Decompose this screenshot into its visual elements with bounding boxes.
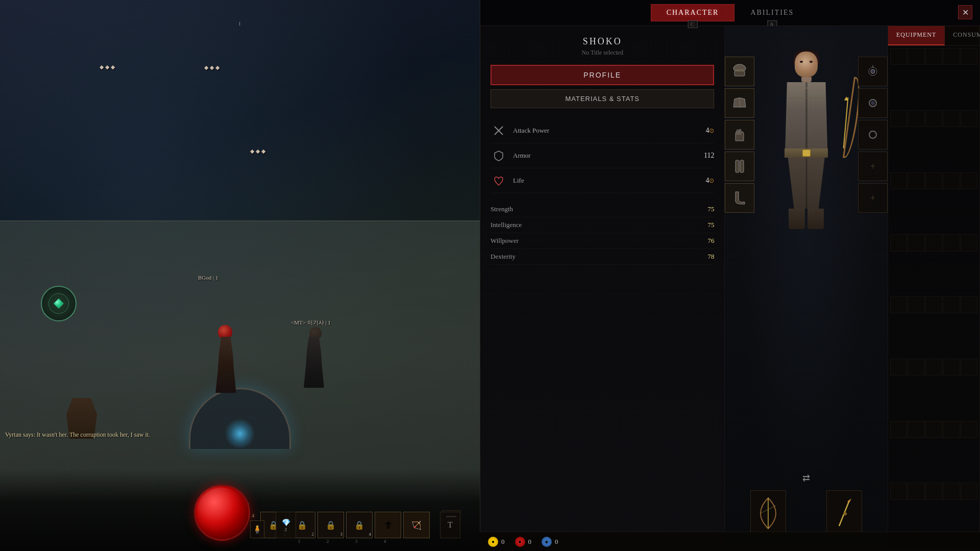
inv-cell-22[interactable] — [925, 296, 942, 313]
stash-indicator: I — [239, 20, 241, 27]
svg-point-14 — [871, 101, 875, 105]
inv-cell-16[interactable] — [908, 234, 924, 251]
spirit-slot[interactable]: 💎 Z — [276, 512, 296, 538]
extra-slot[interactable]: + — [858, 183, 888, 213]
profile-button[interactable]: Profile — [491, 65, 714, 85]
offhand-slot[interactable]: + — [858, 152, 888, 181]
tab-character[interactable]: CHARACTER C — [651, 4, 735, 21]
off-hand-slot[interactable] — [826, 490, 862, 536]
character-title: No Title selected — [491, 49, 714, 57]
gold-value: 0 — [501, 538, 505, 546]
inv-cell-19[interactable] — [961, 234, 977, 251]
ring1-slot[interactable] — [858, 88, 888, 118]
inv-cell-8[interactable] — [943, 110, 960, 127]
inv-cell-17[interactable] — [925, 234, 942, 251]
ring2-slot[interactable] — [858, 120, 888, 149]
attack-power-label: Attack Power — [513, 127, 705, 135]
inv-cell-38[interactable] — [943, 483, 960, 499]
weapon-area: ⇄ — [725, 490, 888, 536]
blood-currency: ● 0 — [515, 537, 532, 547]
inventory-tabs: Equipment Consumables Quest Aspects ⇅ — [888, 26, 979, 46]
inv-cell-31[interactable] — [908, 421, 924, 438]
player-dots: ◆ ◆ ◆ — [204, 64, 219, 276]
inv-cell-30[interactable] — [890, 421, 907, 438]
inv-cell-11[interactable] — [908, 172, 924, 189]
inv-cell-4[interactable] — [961, 48, 977, 65]
character-portrait — [761, 52, 852, 235]
inv-cell-5[interactable] — [890, 110, 907, 127]
inv-cell-39[interactable] — [961, 483, 977, 499]
svg-rect-8 — [736, 160, 739, 172]
inv-cell-28[interactable] — [943, 359, 960, 375]
inv-cell-20[interactable] — [890, 296, 907, 313]
skill-slot-4[interactable]: 🔒 4 — [346, 512, 373, 538]
willpower-value: 76 — [707, 237, 714, 245]
tab-abilities[interactable]: ABILITIES A — [734, 4, 810, 21]
gloves-slot[interactable] — [725, 120, 754, 149]
inv-cell-37[interactable] — [925, 483, 942, 499]
inv-cell-24[interactable] — [961, 296, 977, 313]
compass — [41, 286, 77, 321]
gold-icon: ● — [488, 537, 498, 547]
intelligence-row: Intelligence 75 — [491, 217, 714, 233]
character-model: + + ⇄ — [725, 26, 888, 546]
inv-cell-0[interactable] — [890, 48, 907, 65]
tab-equipment[interactable]: Equipment — [888, 26, 945, 45]
inv-cell-13[interactable] — [943, 172, 960, 189]
materials-stats-button[interactable]: Materials & Stats — [491, 89, 714, 108]
svg-rect-9 — [740, 160, 744, 172]
armor-label: Armor — [513, 152, 704, 160]
inv-cell-15[interactable] — [890, 234, 907, 251]
inv-cell-18[interactable] — [943, 234, 960, 251]
inv-cell-26[interactable] — [908, 359, 924, 375]
inv-cell-33[interactable] — [943, 421, 960, 438]
currency-bar: ● 0 ● 0 ◈ 0 — [480, 532, 980, 551]
inv-cell-14[interactable] — [961, 172, 977, 189]
inv-cell-21[interactable] — [908, 296, 924, 313]
attack-power-icon — [491, 122, 507, 139]
main-hand-slot[interactable] — [750, 490, 786, 536]
inv-cell-29[interactable] — [961, 359, 977, 375]
inv-cell-27[interactable] — [925, 359, 942, 375]
inv-cell-6[interactable] — [908, 110, 924, 127]
skill-slot-3[interactable]: 🔒 3 — [317, 512, 344, 538]
inv-cell-12[interactable] — [925, 172, 942, 189]
inv-cell-23[interactable] — [943, 296, 960, 313]
compass-gem — [54, 298, 64, 309]
willpower-row: Willpower 76 — [491, 233, 714, 249]
tab-consumables[interactable]: Consumables — [945, 26, 980, 45]
inv-cell-3[interactable] — [943, 48, 960, 65]
svg-point-15 — [869, 131, 876, 138]
right-skill-btn[interactable]: T — [440, 512, 460, 538]
amulet-slot[interactable] — [858, 57, 888, 86]
inv-cell-34[interactable] — [961, 421, 977, 438]
inv-cell-9[interactable] — [961, 110, 977, 127]
svg-rect-6 — [737, 130, 739, 135]
life-label: Life — [513, 177, 705, 185]
boots-slot[interactable] — [725, 183, 754, 213]
helmet-slot[interactable] — [725, 57, 754, 86]
inv-cell-25[interactable] — [890, 359, 907, 375]
inv-cell-36[interactable] — [908, 483, 924, 499]
character-name: SHOKO — [491, 36, 714, 47]
skill-slot-5[interactable]: 🗡 — [375, 512, 401, 538]
inv-cell-10[interactable] — [890, 172, 907, 189]
inv-cell-1[interactable] — [908, 48, 924, 65]
chest-slot[interactable] — [725, 88, 754, 118]
weapon-swap-icon[interactable]: ⇄ — [802, 472, 810, 484]
close-button[interactable]: ✕ — [958, 5, 972, 19]
character-key-badge: C — [688, 20, 698, 28]
attack-power-value: 4⊙ — [705, 127, 714, 135]
inv-cell-2[interactable] — [925, 48, 942, 65]
gold-currency: ● 0 — [488, 537, 505, 547]
armor-row: Armor 112 — [491, 143, 714, 168]
svg-rect-4 — [736, 69, 744, 71]
inv-cell-32[interactable] — [925, 421, 942, 438]
inv-cell-35[interactable] — [890, 483, 907, 499]
character-btn[interactable]: 🧍 — [250, 520, 264, 538]
skill-slot-6[interactable]: 🏹 — [403, 512, 430, 538]
character-face — [795, 52, 818, 77]
intelligence-label: Intelligence — [491, 221, 522, 229]
inv-cell-7[interactable] — [925, 110, 942, 127]
legs-slot[interactable] — [725, 152, 754, 181]
